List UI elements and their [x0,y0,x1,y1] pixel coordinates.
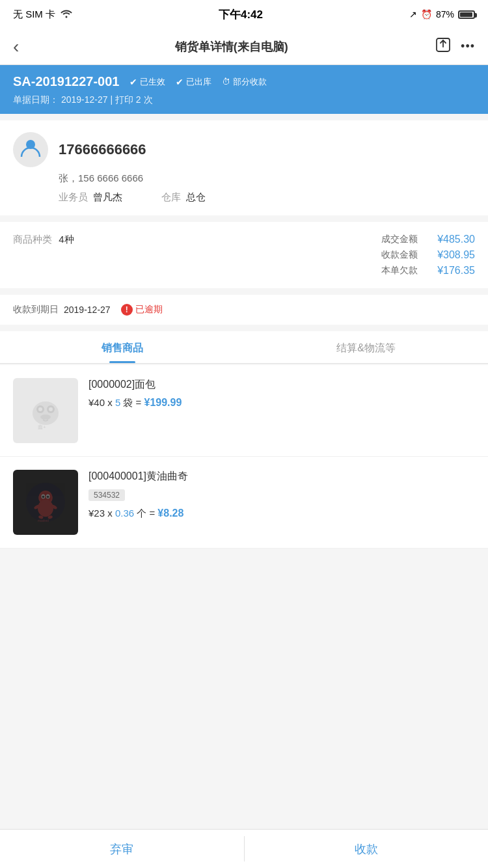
svg-point-16 [47,496,49,498]
wifi-icon [61,9,72,20]
products-section: 鑫+ [0000002]面包 ¥40 x 5 袋 = ¥199.99 [0,365,488,549]
summary-section: 商品种类 4种 成交金额 ¥485.30 收款金额 ¥308.95 本单欠款 ¥… [0,222,488,288]
header-band: SA-20191227-001 ✔ 已生效 ✔ 已出库 ⏱ 部分收款 单据日期：… [0,65,488,114]
sales-rep: 业务员 曾凡杰 [59,191,122,204]
avatar-icon [19,136,42,164]
warehouse: 仓库 总仓 [161,191,206,204]
svg-point-7 [49,407,53,411]
doc-date-row: 单据日期： 2019-12-27 | 打印 2 次 [13,94,475,106]
nav-bar: ‹ 销货单详情(来自电脑) ••• [0,29,488,65]
svg-point-8 [40,414,51,420]
customer-phone: 17666666666 [59,141,146,158]
product-image-cookie: masked [13,470,78,535]
nav-title: 销货单详情(来自电脑) [27,39,436,55]
customer-meta: 业务员 曾凡杰 仓库 总仓 [13,191,475,204]
battery-icon [458,10,475,19]
collect-button[interactable]: 收款 [245,830,489,868]
status-bar: 无 SIM 卡 下午4:42 ↗ ⏰ 87% [0,0,488,29]
svg-point-17 [38,500,53,517]
product-image-bread: 鑫+ [13,378,78,443]
amount-summary: 成交金额 ¥485.30 收款金额 ¥308.95 本单欠款 ¥176.35 [381,234,475,277]
debt-row: 本单欠款 ¥176.35 [381,265,475,277]
status-left: 无 SIM 卡 [13,8,72,21]
tab-settlement-logistics[interactable]: 结算&物流等 [244,331,488,363]
customer-avatar [13,132,48,167]
collection-row: 收款金额 ¥308.95 [381,249,475,261]
status-time: 下午4:42 [219,7,263,22]
due-date-section: 收款到期日 2019-12-27 ! 已逾期 [0,295,488,325]
status-right: ↗ ⏰ 87% [409,9,475,20]
product-item: 鑫+ [0000002]面包 ¥40 x 5 袋 = ¥199.99 [0,365,488,457]
overdue-badge: ! 已逾期 [121,304,163,316]
badge-shipped: ✔ 已出库 [176,76,211,88]
carrier-text: 无 SIM 卡 [13,8,55,21]
cancel-button[interactable]: 弃审 [0,830,244,868]
customer-sub-info: 张，156 6666 6666 [13,172,475,185]
share-button[interactable] [436,38,450,55]
product-type: 商品种类 4种 [13,234,74,246]
more-button[interactable]: ••• [461,40,475,53]
product-info-cookie: [000400001]黄油曲奇 534532 ¥23 x 0.36 个 = ¥8… [88,470,475,520]
nav-actions: ••• [436,38,475,55]
bottom-bar: 弃审 收款 [0,829,488,868]
product-name: [0000002]面包 [88,378,475,392]
customer-section: 17666666666 张，156 6666 6666 业务员 曾凡杰 仓库 总… [0,120,488,215]
product-item: masked [000400001]黄油曲奇 534532 ¥23 x 0.36… [0,457,488,549]
product-sku: 534532 [88,489,125,501]
battery-percent: 87% [436,9,454,20]
svg-point-15 [42,496,45,498]
product-info-bread: [0000002]面包 ¥40 x 5 袋 = ¥199.99 [88,378,475,409]
product-price-bread: ¥40 x 5 袋 = ¥199.99 [88,397,475,409]
alarm-icon: ⏰ [421,9,432,20]
back-button[interactable]: ‹ [13,31,27,62]
tabs-section: 销售商品 结算&物流等 [0,331,488,364]
order-number: SA-20191227-001 [13,74,119,89]
svg-text:鑫+: 鑫+ [38,424,46,430]
overdue-icon: ! [121,304,133,316]
deal-amount-row: 成交金额 ¥485.30 [381,234,475,245]
badge-effective: ✔ 已生效 [129,76,165,88]
location-icon: ↗ [409,9,417,20]
product-price-cookie: ¥23 x 0.36 个 = ¥8.28 [88,508,475,520]
tab-sales-products[interactable]: 销售商品 [0,331,244,363]
badge-partial-payment: ⏱ 部分收款 [222,76,267,88]
svg-point-6 [38,407,42,411]
product-name: [000400001]黄油曲奇 [88,470,475,483]
svg-text:masked: masked [38,519,49,522]
